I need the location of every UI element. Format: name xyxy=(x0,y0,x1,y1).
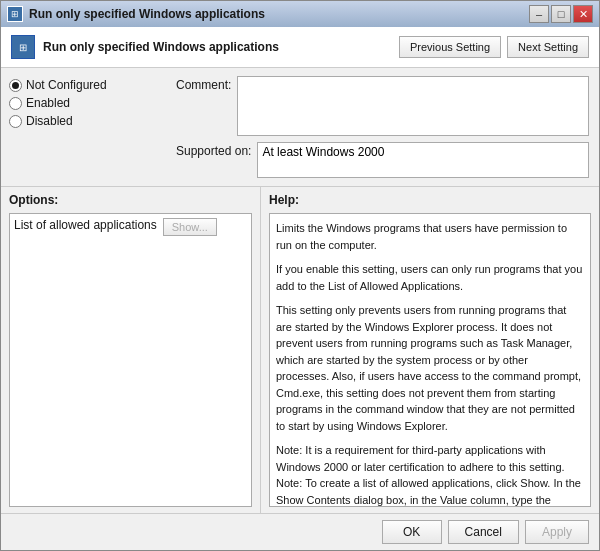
title-bar-left: ⊞ Run only specified Windows application… xyxy=(7,6,265,22)
radio-not-configured-label: Not Configured xyxy=(26,78,107,92)
supported-label: Supported on: xyxy=(176,142,251,158)
next-setting-button[interactable]: Next Setting xyxy=(507,36,589,58)
options-item-label: List of allowed applications xyxy=(14,218,157,232)
options-title: Options: xyxy=(9,193,252,207)
radio-enabled-circle xyxy=(9,97,22,110)
help-para-3: This setting only prevents users from ru… xyxy=(276,302,584,434)
right-panel: Comment: Supported on: At least Windows … xyxy=(176,68,599,186)
radio-not-configured-circle xyxy=(9,79,22,92)
show-button[interactable]: Show... xyxy=(163,218,217,236)
dialog-header: ⊞ Run only specified Windows application… xyxy=(1,27,599,68)
nav-buttons: Previous Setting Next Setting xyxy=(399,36,589,58)
help-para-4: Note: It is a requirement for third-part… xyxy=(276,442,584,507)
radio-disabled[interactable]: Disabled xyxy=(9,114,168,128)
radio-enabled[interactable]: Enabled xyxy=(9,96,168,110)
previous-setting-button[interactable]: Previous Setting xyxy=(399,36,501,58)
bottom-section: Options: List of allowed applications Sh… xyxy=(1,187,599,513)
radio-not-configured[interactable]: Not Configured xyxy=(9,78,168,92)
radio-disabled-label: Disabled xyxy=(26,114,73,128)
radio-group: Not Configured Enabled Disabled xyxy=(9,78,168,128)
window-title: Run only specified Windows applications xyxy=(29,7,265,21)
dialog-icon: ⊞ xyxy=(11,35,35,59)
radio-enabled-label: Enabled xyxy=(26,96,70,110)
window-icon: ⊞ xyxy=(7,6,23,22)
options-content: List of allowed applications Show... xyxy=(9,213,252,507)
comment-box[interactable] xyxy=(237,76,589,136)
top-section: Not Configured Enabled Disabled Comment: xyxy=(1,68,599,187)
left-panel: Not Configured Enabled Disabled xyxy=(1,68,176,186)
ok-button[interactable]: OK xyxy=(382,520,442,544)
supported-value: At least Windows 2000 xyxy=(257,142,589,178)
comment-section: Comment: xyxy=(176,76,589,136)
help-title: Help: xyxy=(269,193,591,207)
help-content[interactable]: Limits the Windows programs that users h… xyxy=(269,213,591,507)
help-para-2: If you enable this setting, users can on… xyxy=(276,261,584,294)
main-body: Not Configured Enabled Disabled Comment: xyxy=(1,68,599,513)
apply-button[interactable]: Apply xyxy=(525,520,589,544)
comment-label: Comment: xyxy=(176,76,231,92)
minimize-button[interactable]: – xyxy=(529,5,549,23)
title-bar-controls: – □ ✕ xyxy=(529,5,593,23)
footer-bar: OK Cancel Apply xyxy=(1,513,599,550)
help-panel: Help: Limits the Windows programs that u… xyxy=(261,187,599,513)
cancel-button[interactable]: Cancel xyxy=(448,520,519,544)
help-para-1: Limits the Windows programs that users h… xyxy=(276,220,584,253)
title-bar: ⊞ Run only specified Windows application… xyxy=(1,1,599,27)
options-panel: Options: List of allowed applications Sh… xyxy=(1,187,261,513)
maximize-button[interactable]: □ xyxy=(551,5,571,23)
main-window: ⊞ Run only specified Windows application… xyxy=(0,0,600,551)
radio-disabled-circle xyxy=(9,115,22,128)
supported-section: Supported on: At least Windows 2000 xyxy=(176,142,589,178)
close-button[interactable]: ✕ xyxy=(573,5,593,23)
dialog-title: Run only specified Windows applications xyxy=(43,40,279,54)
